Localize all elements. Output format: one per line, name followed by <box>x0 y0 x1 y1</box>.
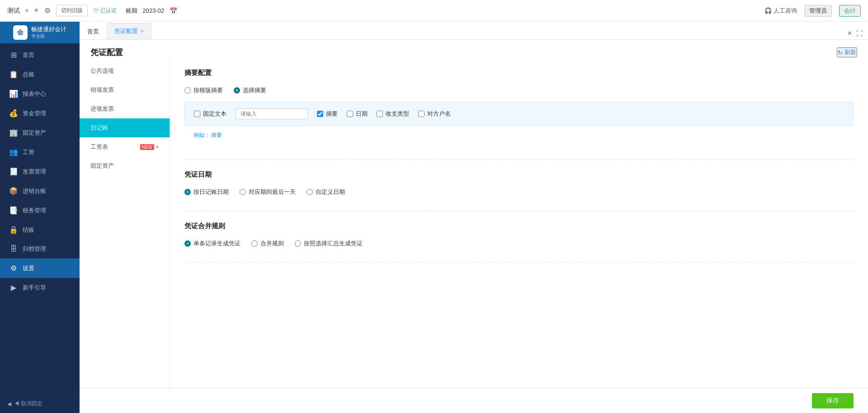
checkbox-counterparty[interactable] <box>418 111 425 117</box>
sidebar-item-label: 工资 <box>23 148 34 156</box>
sidebar-item-ledger[interactable]: 📋 总账 <box>0 65 80 84</box>
checkbox-income-type-label[interactable]: 收支类型 <box>377 110 409 118</box>
radio-merge-rule-label[interactable]: 合并规则 <box>251 239 284 248</box>
sidebar-item-sales[interactable]: 📦 进销台账 <box>0 181 80 201</box>
add-button[interactable]: + <box>34 6 39 15</box>
admin-btn[interactable]: 管理员 <box>804 5 832 17</box>
date-section-title: 凭证日期 <box>184 170 854 179</box>
sidebar-item-wage[interactable]: 👥 工资 <box>0 142 80 162</box>
checkbox-date-label[interactable]: 日期 <box>347 110 368 118</box>
ledger-icon: 📋 <box>9 70 18 79</box>
example-text-area: 例如： 摘要 <box>184 131 854 145</box>
radio-template-label[interactable]: 按模版摘要 <box>184 86 223 94</box>
tab-voucher-config[interactable]: 凭证配置 × <box>107 23 151 39</box>
sidebar-item-fund[interactable]: 💰 资金管理 <box>0 103 80 123</box>
sidebar-item-report[interactable]: 📊 报表中心 <box>0 84 80 103</box>
summary-radio-group: 按模版摘要 选择摘要 <box>184 86 854 94</box>
calendar-icon[interactable]: 📅 <box>170 7 177 14</box>
sidebar-item-asset[interactable]: 🏢 固定资产 <box>0 123 80 142</box>
left-nav-item-purchase-invoice[interactable]: 进项发票 <box>80 99 170 118</box>
fixed-text-input[interactable] <box>236 108 308 119</box>
merge-section-title: 凭证合并规则 <box>184 222 854 230</box>
radio-period-last[interactable] <box>240 189 246 195</box>
radio-custom-date[interactable] <box>307 189 313 195</box>
radio-single[interactable] <box>184 240 191 247</box>
checkbox-summary[interactable] <box>317 111 323 117</box>
radio-merge-rule[interactable] <box>251 240 258 247</box>
invoice-icon: 🧾 <box>9 167 18 176</box>
sidebar-item-guide[interactable]: ▶ 新手引导 <box>0 278 80 297</box>
logo-text: 畅捷通好会计 <box>31 26 66 33</box>
example-value: 摘要 <box>211 132 222 138</box>
service-btn[interactable]: 🎧 人工咨询 <box>764 7 797 15</box>
sidebar-item-label: 发票管理 <box>23 168 46 176</box>
company-chevron[interactable]: ▾ <box>25 7 28 14</box>
tab-home-label: 首页 <box>87 28 99 36</box>
sidebar-item-closing[interactable]: 🔒 结账 <box>0 220 80 239</box>
switch-old-btn[interactable]: 切到旧版 <box>56 5 88 16</box>
new-badge: NEW <box>140 144 154 150</box>
settings-icon: ⚙ <box>9 264 18 272</box>
checkbox-fixed-text-label[interactable]: 固定文本 <box>194 110 226 118</box>
left-nav-item-sales-invoice[interactable]: 销项发票 <box>80 80 170 99</box>
checkbox-summary-label[interactable]: 摘要 <box>317 110 338 118</box>
left-nav-item-fixed-assets[interactable]: 固定资产 <box>80 156 170 175</box>
radio-select-summary[interactable] <box>295 240 301 247</box>
radio-single-label[interactable]: 单条记录生成凭证 <box>184 239 241 248</box>
radio-period-last-label[interactable]: 对应期间最后一天 <box>240 188 296 196</box>
date-radio-group: 按日记账日期 对应期间最后一天 自定义日期 <box>184 188 854 196</box>
sidebar-item-tax[interactable]: 📑 税务管理 <box>0 201 80 220</box>
sidebar-item-home[interactable]: ⊞ 首页 <box>0 45 80 65</box>
refresh-button[interactable]: ↻ 刷新 <box>837 47 857 57</box>
right-content: 摘要配置 按模版摘要 选择摘要 <box>170 58 868 388</box>
left-nav-item-public[interactable]: 公共选项 <box>80 61 170 80</box>
sidebar-item-settings[interactable]: ⚙ 设置 <box>0 258 80 278</box>
tab-close-icon[interactable]: × <box>141 28 144 34</box>
sidebar-item-label: 总账 <box>23 70 34 79</box>
left-nav-item-journal[interactable]: 日记账 <box>80 118 170 137</box>
period-label: 账期 <box>126 7 137 15</box>
merge-radio-group: 单条记录生成凭证 合并规则 按照选择汇总生成凭证 <box>184 239 854 248</box>
sidebar-item-label: 报表中心 <box>23 90 46 98</box>
role-btn[interactable]: 会计 <box>839 5 861 17</box>
radio-merge-rule-text: 合并规则 <box>260 239 284 248</box>
bottom-bar: 保存 <box>80 388 868 413</box>
sidebar-item-invoice[interactable]: 🧾 发票管理 <box>0 162 80 181</box>
radio-select-summary-label[interactable]: 按照选择汇总生成凭证 <box>295 239 363 248</box>
sidebar-item-label: 归档管理 <box>23 245 46 253</box>
checkbox-income-type[interactable] <box>377 111 383 117</box>
checkbox-date[interactable] <box>347 111 353 117</box>
radio-select-label[interactable]: 选择摘要 <box>234 86 266 94</box>
left-nav: 公共选项 销项发票 进项发票 日记账 工资表 NEW ▾ 固定资产 <box>80 58 170 388</box>
guide-icon: ▶ <box>9 283 18 292</box>
tab-home[interactable]: 首页 <box>80 23 107 39</box>
radio-custom-date-label[interactable]: 自定义日期 <box>307 188 345 196</box>
window-close-icon[interactable]: × <box>848 29 852 38</box>
radio-select[interactable] <box>234 87 240 94</box>
divider-2 <box>184 211 854 211</box>
radio-journal-date-label[interactable]: 按日记账日期 <box>184 188 229 196</box>
sidebar-footer[interactable]: ◀ ◀ 取消固定 <box>0 394 80 413</box>
sidebar-item-archive[interactable]: 🗄 归档管理 <box>0 239 80 258</box>
tab-voucher-config-label: 凭证配置 <box>114 27 138 35</box>
unpin-text: ◀ 取消固定 <box>14 400 42 408</box>
checkbox-fixed-text[interactable] <box>194 111 200 117</box>
gear-icon[interactable]: ⚙ <box>44 6 51 15</box>
headset-icon: 🎧 <box>764 7 772 14</box>
unpin-icon: ◀ <box>7 401 11 407</box>
checkbox-counterparty-label[interactable]: 对方户名 <box>418 110 451 118</box>
radio-journal-date[interactable] <box>184 189 191 195</box>
payroll-label: 工资表 <box>90 143 108 151</box>
divider-1 <box>184 159 854 160</box>
sidebar-item-label: 新手引导 <box>23 284 46 292</box>
sales-icon: 📦 <box>9 187 18 195</box>
content-area: 凭证配置 ↻ 刷新 公共选项 销项发票 进项发票 日记账 工资表 NEW <box>80 40 868 388</box>
save-button[interactable]: 保存 <box>812 393 854 408</box>
sidebar-item-label: 首页 <box>23 51 34 59</box>
left-nav-item-payroll[interactable]: 工资表 NEW ▾ <box>80 137 170 156</box>
radio-template[interactable] <box>184 87 191 94</box>
window-expand-icon[interactable]: ⛶ <box>856 30 863 37</box>
checkbox-date-text: 日期 <box>356 110 368 118</box>
radio-select-text: 选择摘要 <box>243 86 266 94</box>
closing-icon: 🔒 <box>9 225 18 234</box>
